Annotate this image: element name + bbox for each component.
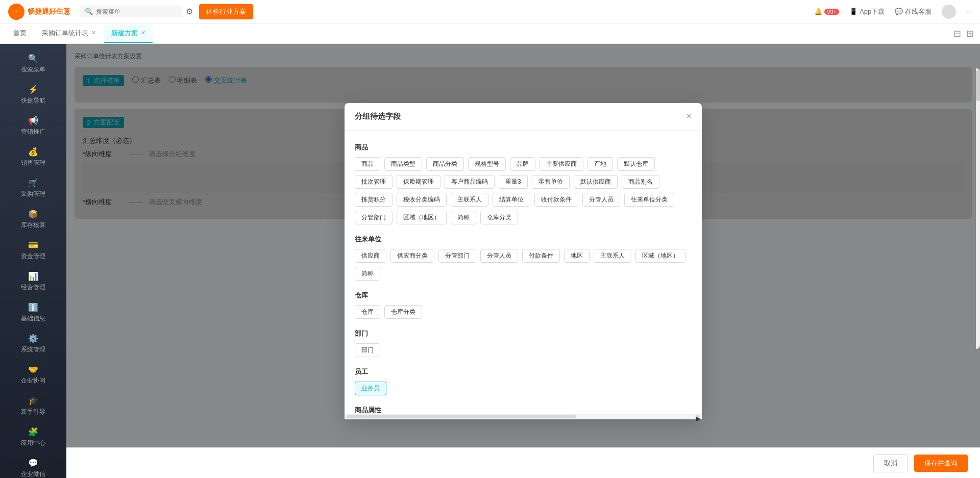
modal-close-button[interactable]: ×: [686, 111, 692, 122]
tag-shortname-partner[interactable]: 简称: [355, 267, 380, 281]
tag-payment-terms[interactable]: 收付款条件: [534, 193, 578, 207]
tab-home[interactable]: 首页: [6, 24, 34, 43]
tag-origin[interactable]: 产地: [587, 157, 613, 171]
tag-settlement-unit[interactable]: 结算单位: [493, 193, 530, 207]
tab-purchase-stats[interactable]: 采购订单统计表 ✕: [35, 24, 103, 43]
section-partner-title: 往来单位: [355, 235, 692, 244]
notification-item[interactable]: 🔔 99+: [814, 8, 839, 15]
logo-text: 畅捷通好生意: [28, 7, 70, 16]
gear-button[interactable]: ⚙: [186, 7, 193, 16]
search-bar[interactable]: 🔍: [80, 6, 182, 17]
tab-bar: 首页 采购订单统计表 ✕ 新建方案 ✕ ⊟ ⊞: [0, 23, 980, 44]
wechat-icon: 💬: [28, 458, 38, 468]
tag-goods[interactable]: 商品: [355, 157, 380, 171]
tag-default-supplier[interactable]: 默认供应商: [574, 175, 618, 189]
tag-default-warehouse[interactable]: 默认仓库: [617, 157, 655, 171]
search-input[interactable]: [96, 8, 173, 15]
content-area: 采购订单统计表方案设置 1 选择模板 汇总表 明细表: [66, 44, 980, 478]
sidebar-item-search[interactable]: 🔍 搜索菜单: [0, 48, 66, 79]
tag-customer-code[interactable]: 客户商品编码: [445, 175, 495, 189]
tag-warehouse-category[interactable]: 仓库分类: [384, 305, 422, 319]
tab-new-plan-close[interactable]: ✕: [141, 30, 145, 36]
tag-shortname-goods[interactable]: 简称: [451, 211, 476, 224]
system-icon: ⚙️: [28, 333, 38, 343]
sidebar-item-quicknav[interactable]: ⚡ 快捷导航: [0, 79, 66, 110]
tag-retail-unit[interactable]: 零售单位: [532, 175, 570, 189]
sidebar-item-finance[interactable]: 💳 资金管理: [0, 235, 66, 266]
online-service-item[interactable]: 💬 在线客服: [895, 7, 932, 16]
tag-partner-category[interactable]: 往来单位分类: [624, 193, 674, 207]
tag-goods-type[interactable]: 商品类型: [384, 157, 422, 171]
modal-vertical-scrollbar[interactable]: [976, 68, 980, 349]
tag-main-supplier[interactable]: 主要供应商: [540, 157, 583, 171]
sidebar-item-marketing[interactable]: 📢 营销推广: [0, 110, 66, 141]
tab-purchase-stats-label: 采购订单统计表: [42, 29, 88, 38]
tag-dept-partner[interactable]: 分管部门: [438, 249, 476, 263]
sidebar-inventory-label: 库存核算: [21, 221, 45, 230]
inventory-icon: 📦: [28, 209, 38, 219]
tag-payment-cond[interactable]: 付款条件: [522, 249, 560, 263]
logo-area: 🔸 畅捷通好生意: [8, 4, 75, 20]
service-icon: 💬: [895, 8, 903, 15]
sidebar-item-apps[interactable]: 🧩 应用中心: [0, 421, 66, 452]
modal-dialog: 分组待选字段 × 商品 商品 商品类型 商品分类 规格型号 品牌 主要供应商 产…: [345, 103, 702, 419]
phone-icon: 📱: [849, 8, 857, 15]
tag-goods-category[interactable]: 商品分类: [426, 157, 464, 171]
sidebar-quicknav-label: 快捷导航: [21, 96, 45, 105]
tab-purchase-stats-close[interactable]: ✕: [91, 30, 96, 36]
sidebar-item-system[interactable]: ⚙️ 系统管理: [0, 328, 66, 359]
tab-collapse-icon[interactable]: ⊟: [953, 28, 961, 39]
sidebar-item-collab[interactable]: 🤝 企业协同: [0, 359, 66, 390]
tag-main-contact-partner[interactable]: 主联系人: [594, 249, 631, 263]
sidebar-system-label: 系统管理: [21, 345, 45, 354]
tag-warehouse-category-goods[interactable]: 仓库分类: [480, 211, 518, 224]
avatar[interactable]: [942, 5, 956, 19]
tag-tax-code[interactable]: 税收分类编码: [397, 193, 447, 207]
quicknav-icon: ⚡: [28, 84, 38, 94]
tag-manager[interactable]: 分管人员: [582, 193, 620, 207]
modal-horizontal-scrollbar[interactable]: ▶: [345, 414, 702, 419]
tag-goods-alias[interactable]: 商品别名: [622, 175, 659, 189]
sidebar-item-purchase[interactable]: 🛒 采购管理: [0, 172, 66, 204]
sidebar-guide-label: 新手引导: [21, 408, 45, 416]
sidebar-sales-label: 销售管理: [21, 159, 45, 167]
sidebar-item-wechat[interactable]: 💬 企业微信: [0, 452, 66, 478]
sidebar-item-inventory[interactable]: 📦 库存核算: [0, 204, 66, 235]
modal-body[interactable]: 商品 商品 商品类型 商品分类 规格型号 品牌 主要供应商 产地 默认仓库 批次…: [345, 131, 702, 415]
tag-supplier[interactable]: 供应商: [355, 249, 386, 263]
cancel-button[interactable]: 取消: [873, 454, 908, 472]
tag-dept[interactable]: 部门: [355, 343, 380, 357]
tag-salesperson[interactable]: 业务员: [355, 382, 386, 395]
tag-manage-dept[interactable]: 分管部门: [355, 211, 393, 224]
sidebar-item-guide[interactable]: 🎓 新手引导: [0, 390, 66, 421]
tab-new-plan[interactable]: 新建方案 ✕: [104, 24, 153, 43]
trial-button[interactable]: 体验行业方案: [199, 4, 253, 19]
tag-region-goods[interactable]: 区域（地区）: [397, 211, 447, 224]
tag-pick-score[interactable]: 拣货积分: [355, 193, 393, 207]
tag-supplier-category[interactable]: 供应商分类: [390, 249, 434, 263]
tag-batch-manage[interactable]: 批次管理: [355, 175, 393, 189]
app-download-item[interactable]: 📱 App下载: [849, 7, 885, 16]
tab-expand-icon[interactable]: ⊞: [966, 28, 974, 39]
sidebar-item-operations[interactable]: 📊 经营管理: [0, 266, 66, 297]
tag-weight3[interactable]: 重量3: [499, 175, 528, 189]
sidebar-item-sales[interactable]: 💰 销售管理: [0, 141, 66, 172]
tag-main-contact[interactable]: 主联系人: [451, 193, 488, 207]
h-scrollbar-right-arrow[interactable]: ▶: [696, 415, 700, 419]
tag-brand[interactable]: 品牌: [510, 157, 535, 171]
sidebar-item-basic[interactable]: ℹ️ 基础信息: [0, 297, 66, 328]
tag-spec-model[interactable]: 规格型号: [468, 157, 506, 171]
sales-icon: 💰: [28, 146, 38, 157]
save-button[interactable]: 保存并查询: [914, 455, 968, 472]
sidebar-operations-label: 经营管理: [21, 283, 45, 292]
sidebar-purchase-label: 采购管理: [21, 190, 45, 198]
tag-district[interactable]: 地区: [564, 249, 590, 263]
section-goods-tags: 商品 商品类型 商品分类 规格型号 品牌 主要供应商 产地 默认仓库 批次管理 …: [355, 157, 692, 224]
tag-region-partner[interactable]: 区域（地区）: [635, 249, 685, 263]
finance-icon: 💳: [28, 240, 38, 250]
tab-home-label: 首页: [13, 29, 27, 38]
modal-overlay: 分组待选字段 × 商品 商品 商品类型 商品分类 规格型号 品牌 主要供应商 产…: [66, 44, 980, 478]
tag-quality-manage[interactable]: 保质期管理: [397, 175, 440, 189]
tag-manager-partner[interactable]: 分管人员: [480, 249, 518, 263]
tag-warehouse[interactable]: 仓库: [355, 305, 380, 319]
